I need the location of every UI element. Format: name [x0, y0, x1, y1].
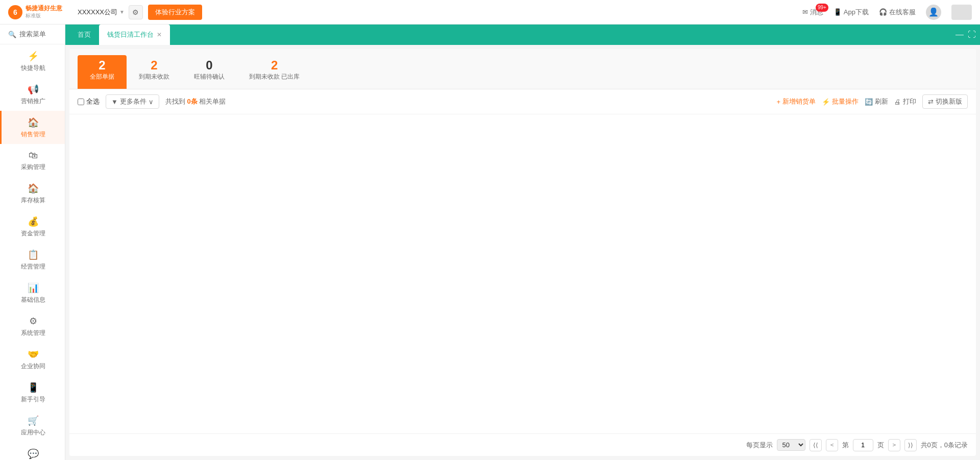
stat-label-all: 全部单据 [90, 72, 114, 81]
top-header: 6 畅捷通好生意 标准版 XXXXXX公司 ▼ ⚙ 体验行业方案 ✉ 消息 99… [0, 0, 980, 25]
tab-home[interactable]: 首页 [69, 25, 99, 45]
sidebar-item-purchase[interactable]: 🛍 采购管理 [0, 144, 65, 177]
stat-label-overdue-out: 到期未收款 已出库 [249, 72, 300, 81]
page-first-button[interactable]: ⟨⟨ [810, 439, 822, 451]
sidebar-label-guide: 新手引导 [21, 395, 45, 404]
finance-icon: 💰 [28, 216, 39, 227]
print-icon: 🖨 [894, 98, 901, 106]
app-download-label: App下载 [844, 8, 869, 17]
sidebar-item-inventory[interactable]: 🏠 库存核算 [0, 177, 65, 210]
toolbar: 全选 ▼ 更多条件 ∨ 共找到 0条 相关单据 + 新增销货单 ⚡ 批量操作 [69, 89, 976, 114]
filter-chevron-icon: ∨ [149, 98, 154, 106]
sidebar-label-system: 系统管理 [21, 329, 45, 337]
page-label: 第 [842, 441, 849, 450]
stat-label-overdue: 到期未收款 [139, 72, 169, 81]
page-size-select[interactable]: 50 100 200 [777, 439, 805, 451]
tab-bar: 首页 钱货日清工作台 ✕ — ⛶ [65, 25, 980, 45]
stats-tabs: 2 全部单据 2 到期未收款 0 旺辅待确认 2 到期未收款 已出库 [69, 49, 976, 89]
sidebar-label-operations: 经营管理 [21, 262, 45, 271]
switch-icon: ⇄ [928, 98, 934, 106]
wechat-icon: 💬 [28, 448, 39, 459]
sidebar-item-marketing[interactable]: 📢 营销推广 [0, 78, 65, 111]
sidebar-label-basic: 基础信息 [21, 296, 45, 304]
sidebar-item-operations[interactable]: 📋 经营管理 [0, 243, 65, 276]
filter-label: 更多条件 [120, 97, 146, 106]
tab-workbench-label: 钱货日清工作台 [107, 30, 154, 39]
stat-tab-all[interactable]: 2 全部单据 [78, 55, 127, 89]
company-name: XXXXXX公司 [78, 8, 117, 17]
tab-bar-controls: — ⛶ [955, 30, 976, 39]
filter-button[interactable]: ▼ 更多条件 ∨ [106, 94, 159, 109]
sidebar-item-wechat[interactable]: 💬 企业微信 [0, 442, 65, 460]
header-right: ✉ 消息 99+ 📱 App下载 🎧 在线客服 👤 [802, 5, 972, 20]
sidebar-label-appstore: 应用中心 [21, 428, 45, 437]
app-name: 畅捷通好生意 [26, 5, 62, 13]
page-unit: 页 [877, 441, 884, 450]
switch-version-button[interactable]: ⇄ 切换新版 [922, 94, 968, 109]
tab-minimize-icon[interactable]: — [955, 30, 964, 39]
select-all-input[interactable] [78, 99, 84, 105]
refresh-label: 刷新 [875, 97, 888, 106]
sidebar-item-basic[interactable]: 📊 基础信息 [0, 276, 65, 309]
online-service-label: 在线客服 [889, 8, 916, 17]
result-count: 0条 [187, 98, 198, 105]
page-last-button[interactable]: ⟩⟩ [904, 439, 917, 451]
service-icon: 🎧 [879, 8, 887, 16]
print-label: 打印 [903, 97, 916, 106]
print-button[interactable]: 🖨 打印 [894, 97, 916, 106]
sidebar-item-appstore[interactable]: 🛒 应用中心 [0, 409, 65, 442]
page-next-button[interactable]: ＞ [888, 439, 900, 451]
app-logo-icon: 6 [8, 5, 22, 19]
sidebar-label-cooperation: 企业协同 [21, 362, 45, 371]
add-sale-button[interactable]: + 新增销货单 [776, 97, 816, 106]
batch-button[interactable]: ⚡ 批量操作 [822, 97, 859, 106]
switch-label: 切换新版 [936, 97, 962, 106]
sidebar-item-cooperation[interactable]: 🤝 企业协同 [0, 343, 65, 376]
message-icon: ✉ [802, 8, 808, 16]
refresh-button[interactable]: 🔄 刷新 [865, 97, 888, 106]
stat-tab-overdue[interactable]: 2 到期未收款 [127, 55, 182, 89]
avatar-icon: 👤 [928, 7, 939, 17]
stat-num-pending: 0 [206, 59, 212, 71]
tab-workbench[interactable]: 钱货日清工作台 ✕ [99, 25, 170, 45]
online-service-button[interactable]: 🎧 在线客服 [879, 8, 916, 17]
avatar[interactable]: 👤 [926, 5, 941, 20]
sidebar-item-system[interactable]: ⚙ 系统管理 [0, 309, 65, 343]
page-prev-button[interactable]: ＜ [826, 439, 838, 451]
pagination: 每页显示 50 100 200 ⟨⟨ ＜ 第 页 ＞ ⟩⟩ 共0页，0条记录 [69, 433, 976, 456]
stat-num-all: 2 [99, 59, 105, 71]
stat-tab-overdue-out[interactable]: 2 到期未收款 已出库 [237, 55, 312, 89]
sidebar-item-sales[interactable]: 🏠 销售管理 [0, 111, 65, 144]
trial-button[interactable]: 体验行业方案 [148, 5, 202, 20]
tab-expand-icon[interactable]: ⛶ [968, 30, 976, 39]
user-menu[interactable] [951, 5, 972, 20]
sidebar-item-finance[interactable]: 💰 资金管理 [0, 210, 65, 243]
company-selector[interactable]: XXXXXX公司 ▼ [78, 8, 125, 17]
main-content: 首页 钱货日清工作台 ✕ — ⛶ 2 全部单据 2 到期未收款 0 旺辅待确认 [65, 25, 980, 460]
sidebar-label-marketing: 营销推广 [21, 97, 45, 106]
add-icon: + [776, 98, 780, 106]
download-icon: 📱 [834, 8, 842, 16]
message-badge: 99+ [816, 4, 828, 12]
select-all-checkbox[interactable]: 全选 [78, 97, 100, 106]
batch-label: 批量操作 [832, 97, 859, 106]
tab-close-icon[interactable]: ✕ [157, 31, 162, 38]
purchase-icon: 🛍 [29, 150, 38, 161]
result-suffix: 相关单据 [199, 98, 226, 105]
app-download-button[interactable]: 📱 App下载 [834, 8, 869, 17]
page-input[interactable] [853, 439, 873, 451]
message-button[interactable]: ✉ 消息 99+ [802, 8, 823, 17]
tab-home-label: 首页 [78, 30, 91, 39]
sidebar-item-guide[interactable]: 📱 新手引导 [0, 376, 65, 409]
refresh-icon: 🔄 [865, 98, 873, 106]
sidebar-label-quick-nav: 快捷导航 [21, 64, 45, 72]
search-menu-item[interactable]: 🔍 搜索菜单 [0, 25, 65, 44]
stat-num-overdue: 2 [151, 59, 157, 71]
select-all-label: 全选 [86, 97, 100, 106]
sidebar-item-quick-nav[interactable]: ⚡ 快捷导航 [0, 44, 65, 78]
chevron-down-icon: ▼ [119, 9, 125, 15]
operations-icon: 📋 [28, 249, 39, 260]
stat-tab-pending[interactable]: 0 旺辅待确认 [182, 55, 237, 89]
settings-button[interactable]: ⚙ [129, 5, 143, 19]
logo-area: 6 畅捷通好生意 标准版 [8, 5, 74, 20]
